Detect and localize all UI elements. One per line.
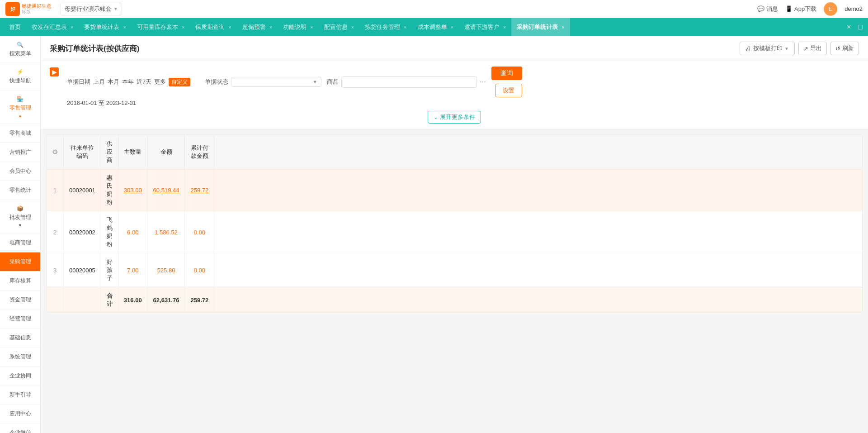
sidebar-item-wholesale[interactable]: 📦 批发管理 ▼ (0, 200, 40, 233)
message-btn[interactable]: 💬 消息 (757, 5, 778, 13)
cell-paid-1[interactable]: 259.72 (185, 169, 214, 211)
tab-config-close[interactable]: × (351, 24, 354, 30)
tab-overstock-warning-close[interactable]: × (269, 24, 272, 30)
cell-empty-1 (214, 169, 862, 211)
tab-pick-task-label: 拣货任务管理 (365, 23, 400, 31)
sidebar-item-marketing[interactable]: 营销推广 (0, 143, 40, 162)
query-btn[interactable]: 查询 (491, 67, 522, 80)
cell-amount-2[interactable]: 1,586.52 (147, 211, 185, 253)
main-layout: 🔍 搜索菜单 ⚡ 快捷导航 🏪 零售管理 ▲ 零售商城 营销推广 会员中心 零售… (0, 36, 868, 433)
sidebar-item-operations[interactable]: 经营管理 (0, 309, 40, 328)
tab-invite-downstream[interactable]: 邀请下游客户 × (459, 18, 511, 36)
goods-filter-input[interactable] (341, 76, 477, 88)
tab-function-desc-label: 功能说明 (283, 23, 307, 31)
export-btn[interactable]: ↗ 导出 (798, 42, 827, 55)
date-shortcut-thisyear[interactable]: 本年 (122, 78, 134, 86)
cell-amount-1[interactable]: 60,519.44 (147, 169, 185, 211)
col-supplier: 供应商 (101, 135, 118, 169)
footer-label: 合计 (101, 287, 118, 313)
tab-order-stats[interactable]: 要货单统计表 × (79, 18, 131, 36)
nav-close-btn[interactable]: × (845, 23, 853, 31)
sidebar-item-member[interactable]: 会员中心 (0, 162, 40, 181)
sidebar-item-wechat[interactable]: 企业微信 (0, 423, 40, 433)
app-download-btn[interactable]: 📱 App下载 (785, 5, 816, 13)
sidebar-item-retail-stats[interactable]: 零售统计 (0, 181, 40, 200)
sidebar-item-retail-mall[interactable]: 零售商城 (0, 124, 40, 143)
sidebar-item-finance[interactable]: 资金管理 (0, 290, 40, 309)
tab-order-stats-close[interactable]: × (123, 24, 126, 30)
tab-function-desc-close[interactable]: × (310, 24, 313, 30)
retail-mgmt-icon: 🏪 (17, 96, 24, 102)
tab-overstock-warning-label: 超储预警 (242, 23, 266, 31)
date-shortcut-7days[interactable]: 近7天 (137, 78, 151, 86)
tab-purchase-order-stats[interactable]: 采购订单统计表 × (511, 18, 570, 36)
user-avatar[interactable]: E (824, 2, 837, 16)
table-row: 2 00020002 飞鹤奶粉 6.00 1,586.52 0.00 (47, 211, 862, 253)
sidebar: 🔍 搜索菜单 ⚡ 快捷导航 🏪 零售管理 ▲ 零售商城 营销推广 会员中心 零售… (0, 36, 41, 433)
date-shortcut-thismonth[interactable]: 本月 (108, 78, 119, 86)
cell-qty-3[interactable]: 7.00 (118, 253, 147, 287)
tab-receive-summary-close[interactable]: × (71, 24, 73, 30)
cell-qty-2[interactable]: 6.00 (118, 211, 147, 253)
filter-row-1: 单据日期 上月 本月 本年 近7天 更多 自定义 单据状态 (67, 67, 859, 97)
cell-supplier-3: 好孩子 (101, 253, 118, 287)
tab-receive-summary[interactable]: 收发存汇总表 × (26, 18, 79, 36)
sidebar-item-appcenter[interactable]: 应用中心 (0, 404, 40, 423)
cell-paid-3[interactable]: 0.00 (185, 253, 214, 287)
col-settings-icon[interactable]: ⚙ (52, 148, 58, 156)
workspace-selector[interactable]: 母婴行业演示账套 ▼ (61, 3, 122, 15)
sidebar-item-purchase[interactable]: 采购管理 (0, 252, 40, 271)
tab-function-desc[interactable]: 功能说明 × (278, 18, 318, 36)
cell-paid-2[interactable]: 0.00 (185, 211, 214, 253)
tab-cost-adjust[interactable]: 成本调整单 × (412, 18, 459, 36)
filter-expand-btn[interactable]: ▶ (50, 67, 59, 76)
tab-expiry-query[interactable]: 保质期查询 × (190, 18, 236, 36)
cell-num-1: 1 (47, 169, 64, 211)
status-select-arrow: ▼ (312, 79, 317, 85)
tab-expiry-query-close[interactable]: × (228, 24, 231, 30)
tab-overstock-warning[interactable]: 超储预警 × (237, 18, 278, 36)
sidebar-item-search[interactable]: 🔍 搜索菜单 (0, 36, 40, 63)
tab-config[interactable]: 配置信息 × (319, 18, 359, 36)
filter-area: ▶ 单据日期 上月 本月 本年 近7天 更多 (41, 61, 868, 129)
goods-filter-more-icon[interactable]: ··· (480, 78, 486, 86)
print-btn[interactable]: 🖨 按模板打印 ▼ (740, 42, 795, 55)
user-name[interactable]: demo2 (844, 5, 863, 12)
refresh-btn[interactable]: ↺ 刷新 (830, 42, 859, 55)
settings-btn[interactable]: 设置 (495, 84, 522, 97)
tab-available-stock[interactable]: 可用量库存账本 × (132, 18, 190, 36)
print-dropdown-icon: ▼ (784, 46, 789, 51)
nav-max-btn[interactable]: □ (856, 23, 864, 31)
cell-supplier-2: 飞鹤奶粉 (101, 211, 118, 253)
date-shortcuts: 上月 本月 本年 近7天 更多 (93, 78, 166, 86)
date-custom-tag[interactable]: 自定义 (169, 78, 190, 86)
tab-home[interactable]: 首页 (4, 18, 26, 36)
tab-purchase-order-stats-close[interactable]: × (561, 24, 564, 30)
sidebar-item-retail-mgmt[interactable]: 🏪 零售管理 ▲ (0, 90, 40, 124)
date-shortcut-more[interactable]: 更多 (154, 78, 166, 86)
workspace-dropdown-icon: ▼ (113, 6, 118, 11)
sidebar-item-basic-info[interactable]: 基础信息 (0, 328, 40, 347)
sidebar-item-system[interactable]: 系统管理 (0, 347, 40, 366)
sidebar-item-ecommerce[interactable]: 电商管理 (0, 233, 40, 252)
nav-tabs: 首页 收发存汇总表 × 要货单统计表 × 可用量库存账本 × 保质期查询 × 超… (0, 18, 868, 36)
tab-pick-task-close[interactable]: × (404, 24, 406, 30)
app-icon: 📱 (785, 5, 793, 12)
tab-invite-downstream-close[interactable]: × (503, 24, 506, 30)
tab-available-stock-close[interactable]: × (182, 24, 184, 30)
cell-num-3: 3 (47, 253, 64, 287)
filter-goods-item: 商品 ··· (327, 76, 486, 88)
sidebar-item-quicknav[interactable]: ⚡ 快捷导航 (0, 63, 40, 90)
status-select[interactable]: ▼ (231, 77, 321, 87)
expand-more-btn[interactable]: ⌄ 展开更多条件 (428, 111, 481, 124)
tab-cost-adjust-close[interactable]: × (451, 24, 453, 30)
tab-pick-task[interactable]: 拣货任务管理 × (359, 18, 412, 36)
date-shortcut-lastmonth[interactable]: 上月 (93, 78, 105, 86)
cell-amount-3[interactable]: 525.80 (147, 253, 185, 287)
sidebar-item-inventory[interactable]: 库存核算 (0, 271, 40, 290)
sidebar-item-enterprise[interactable]: 企业协同 (0, 366, 40, 385)
export-icon: ↗ (803, 45, 808, 52)
sidebar-item-newguide[interactable]: 新手引导 (0, 385, 40, 404)
cell-qty-1[interactable]: 303.00 (118, 169, 147, 211)
cell-code-2: 00020002 (64, 211, 101, 253)
